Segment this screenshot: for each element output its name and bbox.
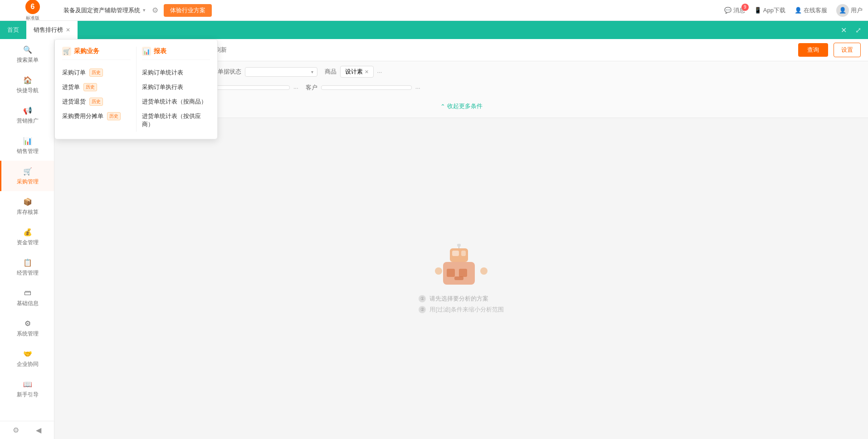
tab-home[interactable]: 首页 xyxy=(0,21,26,39)
sidebar-item-marketing-label: 营销推广 xyxy=(17,117,39,125)
sidebar-item-system[interactable]: ⚙ 系统管理 xyxy=(0,313,54,343)
empty-icon-svg xyxy=(434,244,488,289)
hist-badge-0: 历史 xyxy=(89,69,103,77)
sidebar-item-quicknav[interactable]: 🏠 快捷导航 xyxy=(0,69,54,100)
report-po-exec-item[interactable]: 采购订单执行表 xyxy=(142,80,210,94)
empty-steps: ① 请先选择要分析的方案 ② 用[过滤]条件来缩小分析范围 xyxy=(419,295,503,314)
sidebar-item-operation-label: 经营管理 xyxy=(17,269,39,277)
collapse-label: 收起更多条件 xyxy=(447,102,483,110)
sidebar-item-sales-label: 销售管理 xyxy=(17,148,39,155)
settings-icon[interactable]: ⚙ xyxy=(152,6,158,15)
system-title-area: 装备及固定资产辅助管理系统 ▾ ⚙ xyxy=(63,6,158,15)
marketing-icon: 📢 xyxy=(23,105,33,115)
report-title-text: 报表 xyxy=(154,47,166,55)
goods-tag-remove-icon[interactable]: ✕ xyxy=(365,69,369,75)
report-po-stat-item[interactable]: 采购订单统计表 xyxy=(142,65,210,80)
purchase-expense-label: 采购费用分摊单 xyxy=(62,112,103,120)
sidebar-item-system-label: 系统管理 xyxy=(17,330,39,338)
goods-more-icon[interactable]: ··· xyxy=(377,69,382,75)
user-btn[interactable]: 👤 用户 xyxy=(836,4,863,17)
purchase-icon: 🛒 xyxy=(23,166,33,176)
system-icon: ⚙ xyxy=(23,318,33,328)
guide-icon: 📖 xyxy=(23,379,33,389)
purchase-order-item[interactable]: 采购订单 历史 xyxy=(62,65,131,80)
phone-icon: 📱 xyxy=(754,7,761,14)
purchase-title-text: 采购业务 xyxy=(74,47,99,55)
collapse-up-icon: ⌃ xyxy=(440,103,445,110)
report-section-title: 📊 报表 xyxy=(142,47,210,60)
tab-maximize-icon[interactable]: ⤢ xyxy=(852,24,864,36)
home-icon: 🏠 xyxy=(23,75,33,85)
cooperation-icon: 🤝 xyxy=(23,349,33,359)
message-badge: 9 xyxy=(741,4,749,11)
query-btn[interactable]: 查询 xyxy=(798,43,828,57)
svg-rect-2 xyxy=(452,251,459,256)
tab-bar: 首页 销售排行榜 ✕ ✕ ⤢ xyxy=(0,21,868,39)
sidebar-item-search[interactable]: 🔍 搜索菜单 xyxy=(0,39,54,69)
sidebar-item-purchase[interactable]: 🛒 采购管理 xyxy=(0,161,54,191)
sidebar-item-basic[interactable]: 🗃 基础信息 xyxy=(0,282,54,313)
dropdown-divider xyxy=(136,47,137,132)
tab-bar-right: ✕ ⤢ xyxy=(837,24,868,36)
tab-close-window-icon[interactable]: ✕ xyxy=(837,24,850,36)
basic-icon: 🗃 xyxy=(23,288,33,298)
hist-badge-1: 历史 xyxy=(83,83,97,91)
report-receipt-supplier-item[interactable]: 进货单统计表（按供应商） xyxy=(142,109,210,132)
purchase-receipt-label: 进货单 xyxy=(62,83,80,91)
purchase-receipt-item[interactable]: 进货单 历史 xyxy=(62,80,131,94)
customer-select[interactable] xyxy=(321,85,412,90)
salesperson-more-icon[interactable]: ··· xyxy=(293,84,298,91)
svg-point-10 xyxy=(457,244,461,247)
purchase-expense-item[interactable]: 采购费用分摊单 历史 xyxy=(62,109,131,123)
sidebar-item-guide[interactable]: 📖 新手引导 xyxy=(0,374,54,404)
sidebar-item-cooperation[interactable]: 🤝 企业协同 xyxy=(0,343,54,374)
message-icon: 💬 xyxy=(724,7,731,14)
tab-home-label: 首页 xyxy=(7,26,19,34)
svg-rect-4 xyxy=(447,269,455,277)
purchase-section-icon: 🛒 xyxy=(62,47,71,56)
top-bar: 6 标准版 装备及固定资产辅助管理系统 ▾ ⚙ 体验行业方案 💬 消息 9 📱 … xyxy=(0,0,868,21)
report-section-icon: 📊 xyxy=(142,47,151,56)
sidebar-item-operation[interactable]: 📋 经营管理 xyxy=(0,252,54,282)
online-service-label: 在线客服 xyxy=(804,6,827,15)
tab-sales-rank[interactable]: 销售排行榜 ✕ xyxy=(26,21,78,39)
tab-close-icon[interactable]: ✕ xyxy=(66,27,70,33)
sidebar-collapse-icon[interactable]: ◀ xyxy=(36,426,41,434)
status-chevron-icon: ▾ xyxy=(311,69,313,74)
filter-status-item: 单据状态 ▾ xyxy=(218,67,317,77)
user-avatar: 👤 xyxy=(836,4,849,17)
sidebar-item-guide-label: 新手引导 xyxy=(17,391,39,399)
svg-point-6 xyxy=(435,267,442,275)
sidebar-item-basic-label: 基础信息 xyxy=(17,300,39,307)
system-title-text: 装备及固定资产辅助管理系统 xyxy=(63,6,140,15)
toolbar-right: 查询 设置 xyxy=(798,43,861,57)
hist-badge-2: 历史 xyxy=(89,98,103,106)
report-receipt-goods-label: 进货单统计表（按商品） xyxy=(142,98,207,106)
report-receipt-goods-item[interactable]: 进货单统计表（按商品） xyxy=(142,94,210,109)
purchase-return-label: 进货退货 xyxy=(62,98,86,106)
set-btn[interactable]: 设置 xyxy=(834,43,861,57)
finance-icon: 💰 xyxy=(23,227,33,237)
sidebar-item-cooperation-label: 企业协同 xyxy=(17,360,39,368)
purchase-return-item[interactable]: 进货退货 历史 xyxy=(62,94,131,109)
industry-btn[interactable]: 体验行业方案 xyxy=(164,4,212,17)
svg-rect-3 xyxy=(461,251,466,256)
hist-badge-3: 历史 xyxy=(107,112,121,120)
message-btn[interactable]: 💬 消息 9 xyxy=(724,6,745,15)
empty-state: ① 请先选择要分析的方案 ② 用[过滤]条件来缩小分析范围 xyxy=(54,118,868,439)
sidebar-settings-icon[interactable]: ⚙ xyxy=(13,426,19,434)
customer-more-icon[interactable]: ··· xyxy=(415,84,420,91)
sidebar-item-finance-label: 资金管理 xyxy=(17,239,39,247)
chevron-down-icon[interactable]: ▾ xyxy=(143,7,146,13)
status-select[interactable]: ▾ xyxy=(245,67,317,77)
sidebar: 🔍 搜索菜单 🏠 快捷导航 📢 营销推广 📊 销售管理 🛒 采购管理 📦 库存核… xyxy=(0,39,54,439)
sidebar-item-inventory[interactable]: 📦 库存核算 xyxy=(0,191,54,222)
app-download-btn[interactable]: 📱 App下载 xyxy=(754,6,785,15)
online-service-btn[interactable]: 👤 在线客服 xyxy=(795,6,827,15)
sidebar-item-marketing[interactable]: 📢 营销推广 xyxy=(0,100,54,130)
sidebar-item-sales[interactable]: 📊 销售管理 xyxy=(0,130,54,161)
sales-icon: 📊 xyxy=(23,136,33,146)
sidebar-item-finance[interactable]: 💰 资金管理 xyxy=(0,222,54,252)
logo-char: 6 xyxy=(31,3,35,11)
operation-icon: 📋 xyxy=(23,257,33,267)
